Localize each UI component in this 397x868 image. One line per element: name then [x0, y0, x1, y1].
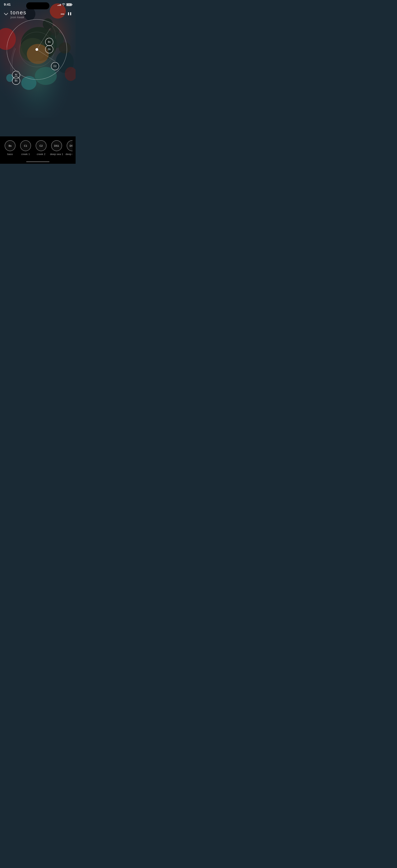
- node-sh[interactable]: Sh: [45, 45, 53, 53]
- instrument-name-creek1: creek 1: [21, 153, 30, 156]
- battery-icon: 100: [66, 3, 72, 6]
- more-button[interactable]: •••: [61, 12, 64, 16]
- svg-rect-0: [68, 12, 69, 15]
- instrument-name-deepsea2: deep sea 2: [66, 153, 72, 156]
- svg-rect-1: [70, 12, 71, 15]
- home-indicator: [26, 161, 49, 162]
- node-bs-top[interactable]: Bs: [45, 38, 53, 46]
- status-time: 9:41: [4, 3, 11, 7]
- track-artist: joon kwak: [10, 16, 27, 19]
- instrument-circle-bass: Bs: [5, 140, 15, 151]
- wifi-icon: [62, 3, 65, 6]
- pause-button[interactable]: [67, 12, 72, 17]
- dynamic-island: [26, 2, 49, 9]
- instrument-circle-deepsea1: DS1: [51, 140, 62, 151]
- track-title: tones: [10, 10, 27, 16]
- instrument-name-bass: bass: [7, 153, 13, 156]
- node-c2[interactable]: C2: [51, 62, 59, 70]
- chevron-down-icon[interactable]: [4, 12, 8, 17]
- instrument-deepsea1[interactable]: DS1deep sea 1: [49, 140, 64, 156]
- instrument-name-deepsea1: deep sea 1: [50, 153, 63, 156]
- status-icons: 100: [57, 3, 72, 6]
- instrument-bar: BsbassC1creek 1C2creek 2DS1deep sea 1DS2…: [0, 136, 76, 164]
- svg-point-26: [35, 48, 38, 51]
- instrument-deepsea2[interactable]: DS2deep sea 2: [65, 140, 72, 156]
- instrument-bass[interactable]: Bsbass: [3, 140, 17, 156]
- instrument-circle-creek1: C1: [20, 140, 31, 151]
- instrument-creek1[interactable]: C1creek 1: [19, 140, 33, 156]
- signal-icon: [57, 3, 61, 6]
- instrument-circle-deepsea2: DS2: [67, 140, 72, 151]
- instrument-creek2[interactable]: C2creek 2: [34, 140, 48, 156]
- instrument-name-creek2: creek 2: [37, 153, 45, 156]
- header: tones joon kwak •••: [0, 8, 76, 21]
- instrument-circle-creek2: C2: [36, 140, 46, 151]
- instrument-list: BsbassC1creek 1C2creek 2DS1deep sea 1DS2…: [3, 140, 72, 156]
- node-bs-bot[interactable]: Bs: [12, 76, 20, 85]
- battery-level: 100: [67, 4, 71, 5]
